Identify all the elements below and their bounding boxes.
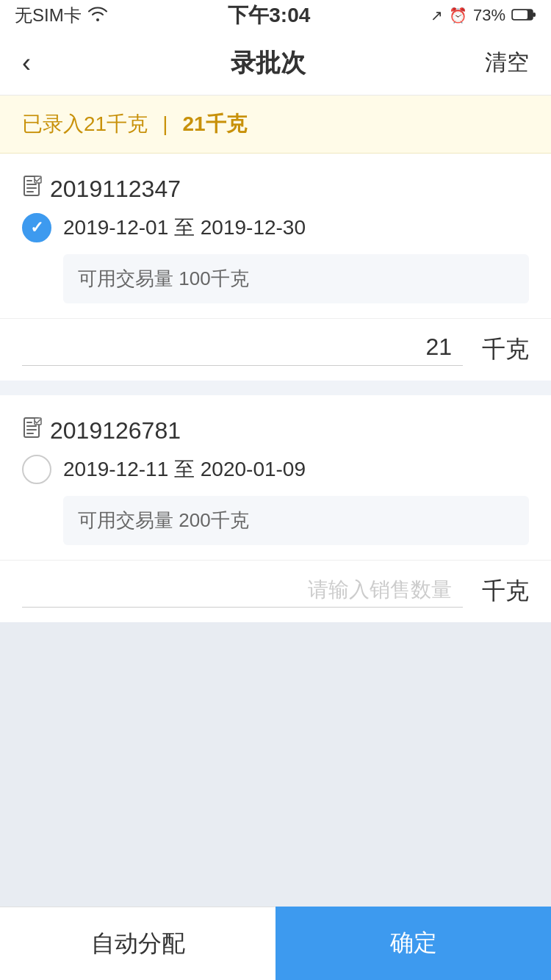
batch-card-1: 2019112347 2019-12-01 至 2019-12-30 可用交易量… [0, 154, 551, 318]
svg-rect-4 [26, 180, 32, 181]
batch-id-1: 2019112347 [50, 176, 181, 203]
svg-rect-12 [26, 429, 37, 430]
svg-rect-13 [26, 433, 34, 434]
qty-input-wrap-1 [22, 334, 463, 366]
status-bar: 无SIM卡 下午3:04 ↗ ⏰ 73% [0, 0, 551, 31]
batch-date-row-1[interactable]: 2019-12-01 至 2019-12-30 [22, 213, 529, 242]
available-label-2: 可用交易量 [78, 509, 173, 531]
card-separator-1 [0, 381, 551, 395]
status-right: ↗ ⏰ 73% [431, 5, 536, 26]
batch-header-2: 2019126781 [22, 417, 529, 444]
nav-bar: ‹ 录批次 清空 [0, 31, 551, 96]
qty-input-2[interactable] [168, 575, 463, 602]
batch-date-1: 2019-12-01 至 2019-12-30 [63, 214, 306, 242]
svg-rect-2 [513, 10, 527, 19]
available-label-1: 可用交易量 [78, 267, 173, 289]
page-title: 录批次 [231, 46, 306, 80]
batch-id-2: 2019126781 [50, 417, 181, 444]
location-icon: ↗ [431, 7, 443, 24]
svg-rect-6 [26, 187, 37, 189]
batch-radio-1[interactable] [22, 213, 51, 242]
available-qty-value-2: 200千克 [179, 509, 248, 531]
sim-text: 无SIM卡 [15, 4, 82, 27]
wifi-icon [87, 5, 108, 26]
back-button[interactable]: ‹ [22, 48, 66, 79]
batch-radio-2[interactable] [22, 455, 51, 484]
battery-icon [511, 5, 536, 26]
svg-rect-1 [533, 12, 536, 17]
batch-doc-icon-1 [22, 176, 44, 203]
qty-input-1[interactable] [168, 334, 463, 361]
available-qty-box-1: 可用交易量 100千克 [63, 254, 529, 303]
battery-percent: 73% [473, 6, 505, 25]
status-left: 无SIM卡 [15, 4, 108, 27]
batch-date-2: 2019-12-11 至 2020-01-09 [63, 455, 306, 483]
qty-row-1: 千克 [0, 318, 551, 381]
qty-row-2: 千克 [0, 560, 551, 622]
svg-rect-10 [26, 422, 32, 423]
available-qty-box-2: 可用交易量 200千克 [63, 496, 529, 545]
confirm-button[interactable]: 确定 [276, 907, 551, 980]
batch-card-2: 2019126781 2019-12-11 至 2020-01-09 可用交易量… [0, 395, 551, 560]
auto-distribute-button[interactable]: 自动分配 [0, 907, 276, 980]
summary-divider: | [162, 112, 168, 136]
clear-button[interactable]: 清空 [470, 48, 529, 78]
summary-bar: 已录入21千克 | 21千克 [0, 96, 551, 154]
bottom-bar: 自动分配 确定 [0, 907, 551, 980]
status-time: 下午3:04 [228, 1, 310, 29]
batch-doc-icon-2 [22, 417, 44, 444]
summary-value: 21千克 [182, 110, 246, 138]
qty-unit-2: 千克 [482, 575, 529, 608]
qty-unit-1: 千克 [482, 334, 529, 366]
svg-rect-7 [26, 191, 34, 192]
batch-header-1: 2019112347 [22, 176, 529, 203]
qty-input-wrap-2 [22, 575, 463, 608]
alarm-icon: ⏰ [449, 7, 467, 24]
summary-label: 已录入21千克 [22, 110, 148, 138]
svg-rect-11 [26, 425, 37, 427]
batch-date-row-2[interactable]: 2019-12-11 至 2020-01-09 [22, 455, 529, 484]
available-qty-value-1: 100千克 [179, 267, 248, 289]
svg-rect-5 [26, 184, 37, 185]
